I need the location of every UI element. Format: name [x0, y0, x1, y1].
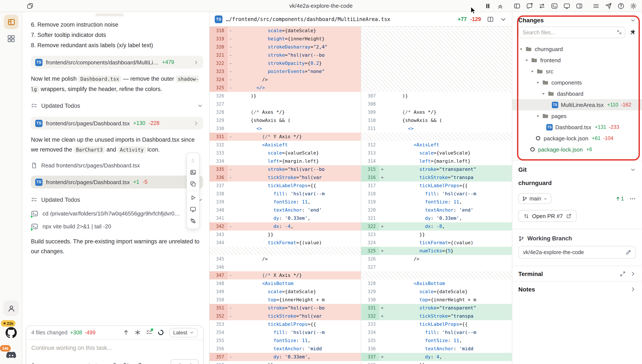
diff-line: 337 tickLabelProps={{ [210, 182, 361, 190]
chat-input[interactable] [26, 340, 203, 356]
pause-icon[interactable] [484, 2, 491, 9]
diff-line: 328 <AxisBottom [361, 280, 512, 288]
upload-icon[interactable] [123, 329, 130, 336]
latest-dropdown[interactable]: Latest [169, 328, 198, 337]
diff-line: 333 tickLabelProps={{ [361, 320, 512, 328]
tree-folder-row[interactable]: pages [512, 110, 642, 122]
menu-icon[interactable] [593, 2, 599, 9]
updated-todos-row[interactable]: Updated Todos [31, 100, 203, 112]
terminal-command-row[interactable]: npx vite build 2>&1 | tail -20 [31, 221, 203, 231]
model-dropdown[interactable]: Opus [43, 362, 63, 364]
collapse-tree-icon[interactable] [616, 29, 622, 35]
code-text: stroke="hsl(var(--bo [234, 165, 361, 174]
line-number: 329 [361, 288, 379, 296]
settings-gear-icon[interactable] [630, 2, 637, 9]
added-count: +1 [133, 177, 139, 187]
file-name: MultiLineArea.tsx [561, 102, 603, 108]
line-number [361, 43, 379, 51]
chat-icon[interactable] [526, 2, 533, 9]
send-button[interactable]: Send [171, 359, 199, 364]
title-bar: vk/4e2a-explore-the-code [0, 0, 642, 12]
removed-count: -233 [609, 124, 619, 130]
display-icon[interactable] [563, 2, 570, 9]
attach-icon[interactable] [111, 362, 118, 364]
diff-view-icon[interactable] [487, 16, 494, 22]
folder-icon [542, 79, 549, 86]
read-file-row[interactable]: Read frontend/src/pages/Dashboard.tsx [31, 160, 203, 170]
open-pr-button[interactable]: Open PR #7 [518, 210, 576, 222]
git-compare-icon[interactable] [190, 218, 196, 224]
diff-file-header[interactable]: TS …/frontend/src/components/dashboard/M… [210, 12, 512, 26]
terminal-section-header[interactable]: Terminal [512, 266, 642, 281]
diff-marker: - [228, 68, 234, 76]
tree-folder-row[interactable]: churnguard [512, 43, 642, 54]
tree-folder-row[interactable]: components [512, 77, 642, 88]
diff-line: 312 <AxisLeft [361, 141, 512, 149]
tree-file-row[interactable]: TSMultiLineArea.tsx+110-162 [512, 99, 642, 110]
git-branch-icon[interactable] [123, 362, 130, 364]
file-chip[interactable]: TSfrontend/src/components/dashboard/Mult… [31, 56, 203, 69]
more-icon[interactable] [629, 195, 636, 202]
diff-marker: + [379, 312, 385, 320]
code-text: <AxisLeft [385, 141, 512, 149]
changes-section-header[interactable]: Changes [512, 12, 642, 25]
updated-todos-row[interactable]: Updated Todos [31, 194, 203, 206]
diff-line: 342- dx: -4, [210, 222, 361, 230]
tabs-icon[interactable] [27, 2, 34, 9]
tree-folder-row[interactable]: dashboard [512, 88, 642, 99]
mode-dropdown[interactable]: Default [81, 362, 105, 364]
diff-line: 332+ tickStroke="transpa [361, 312, 512, 320]
git-section-header[interactable]: Git [512, 163, 642, 176]
notes-section-header[interactable]: Notes [512, 281, 642, 296]
line-number: 327 [210, 100, 228, 108]
tree-file-row[interactable]: package-lock.json+6 [512, 144, 642, 155]
drag-handle-icon[interactable] [190, 158, 196, 164]
fast-forward-icon[interactable] [68, 362, 75, 364]
compact-icon[interactable] [135, 329, 141, 336]
edit-pencil-icon[interactable] [625, 250, 631, 256]
branch-selector[interactable]: main [518, 193, 551, 204]
ts-file-icon: TS [35, 120, 43, 127]
terminal-icon[interactable] [551, 2, 558, 9]
share-icon[interactable] [605, 2, 612, 9]
expand-icon[interactable] [620, 271, 626, 277]
copy-icon[interactable] [190, 181, 196, 187]
pen-icon[interactable] [136, 362, 142, 364]
removed-count: -228 [149, 118, 160, 128]
tree-file-row[interactable]: TSDashboard.tsx+131-233 [512, 122, 642, 133]
swap-icon[interactable] [538, 2, 545, 9]
code-text [385, 43, 512, 51]
sliders-icon[interactable] [31, 362, 37, 364]
panel-left-icon[interactable] [514, 2, 520, 9]
diff-marker [379, 182, 385, 190]
added-count: +61 [592, 135, 600, 141]
working-branch-section: Working Branch vk/4e2a-explore-the-code [512, 229, 642, 266]
play-icon[interactable] [190, 194, 196, 201]
screenshot-icon[interactable] [190, 169, 196, 176]
code-text: top={innerHeight + m [234, 296, 361, 304]
panel-right-icon[interactable] [576, 2, 583, 9]
collapse-all-icon[interactable] [497, 2, 504, 9]
chevron-right-icon [630, 286, 636, 292]
rail-item-github[interactable] [6, 327, 17, 338]
pin-icon[interactable] [629, 29, 636, 36]
tree-file-row[interactable]: package-lock.json+61-104 [512, 133, 642, 144]
tree-folder-row[interactable]: src [512, 66, 642, 77]
file-chip[interactable]: TSfrontend/src/pages/Dashboard.tsx+1-5 [31, 176, 203, 188]
rail-item-grid[interactable] [7, 34, 16, 43]
terminal-command-row[interactable]: cd /private/var/folders/10/h7w0q46556ggr… [31, 208, 203, 218]
grid-icon [7, 34, 16, 43]
rail-item-workspace[interactable] [4, 14, 19, 29]
file-chip[interactable]: TSfrontend/src/pages/Dashboard.tsx+130-2… [31, 117, 203, 130]
collapse-file-icon[interactable] [500, 16, 507, 22]
composer-card: 4 files changed +308 -499 Latest [26, 325, 204, 364]
monitor-icon[interactable] [190, 206, 196, 212]
tree-folder-row[interactable]: frontend [512, 54, 642, 66]
folder-icon [542, 112, 549, 119]
todos-icon[interactable] [146, 329, 153, 336]
search-files-input[interactable] [518, 26, 625, 38]
working-branch-field[interactable]: vk/4e2a-explore-the-code [518, 246, 636, 259]
rail-item-account[interactable] [4, 300, 19, 316]
help-icon[interactable] [617, 2, 624, 9]
diff-line [210, 247, 361, 255]
